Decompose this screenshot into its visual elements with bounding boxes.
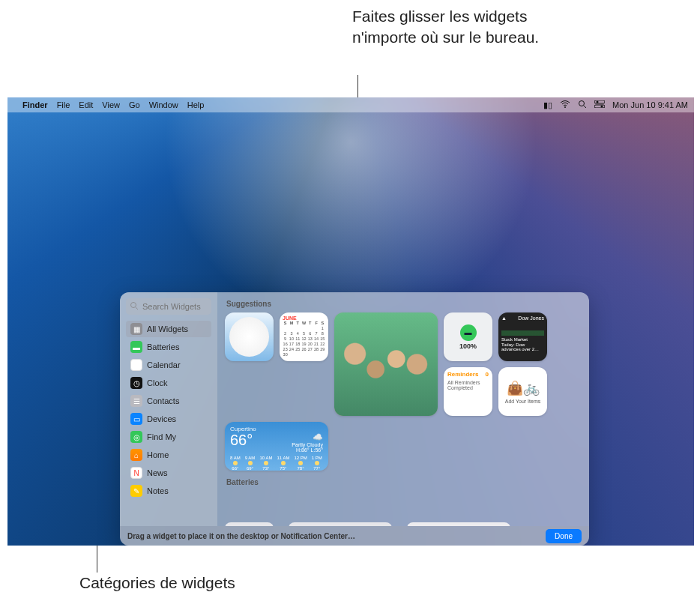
category-label: All Widgets bbox=[147, 324, 188, 333]
stock-symbol: Dow Jones bbox=[518, 315, 544, 321]
menu-help[interactable]: Help bbox=[187, 100, 205, 109]
menu-view[interactable]: View bbox=[102, 100, 120, 109]
widget-gallery-footer: Drag a widget to place it on the desktop… bbox=[120, 526, 589, 546]
stock-line3: advances over 2… bbox=[501, 347, 544, 352]
widget-stocks[interactable]: ▲Dow Jones Stock Market Today: Dow advan… bbox=[498, 312, 547, 361]
tips-caption: Add Your Items bbox=[505, 399, 540, 404]
calendar-month: JUNE bbox=[283, 315, 325, 321]
category-label: Clock bbox=[147, 378, 168, 387]
footer-hint-text: Drag a widget to place it on the desktop… bbox=[127, 532, 355, 540]
menubar-app-name[interactable]: Finder bbox=[22, 100, 48, 109]
home-icon: ⌂ bbox=[130, 449, 142, 461]
annotation-drag-widgets: Faites glisser les widgets n'importe où … bbox=[352, 6, 547, 49]
widget-photos[interactable] bbox=[334, 312, 438, 416]
battery-status-icon[interactable]: ▮▯ bbox=[543, 100, 552, 110]
weather-hilo: H:86° L:56° bbox=[292, 447, 323, 453]
section-title-suggestions: Suggestions bbox=[226, 300, 582, 308]
stock-line2: Today: Dow bbox=[501, 342, 544, 348]
calendar-icon: 17 bbox=[130, 359, 142, 371]
menu-file[interactable]: File bbox=[57, 100, 70, 109]
reminders-title: Reminders bbox=[447, 371, 478, 378]
category-label: Find My bbox=[147, 432, 176, 441]
clock-icon: ◷ bbox=[130, 377, 142, 389]
annotation-widget-categories: Catégories de widgets bbox=[79, 573, 235, 594]
svg-line-2 bbox=[584, 106, 586, 108]
widget-gallery-window: ▦ All Widgets ▬ Batteries 17 Calendar ◷ … bbox=[120, 292, 589, 546]
weather-condition: Partly Cloudy bbox=[292, 442, 323, 447]
category-devices[interactable]: ▭ Devices bbox=[126, 411, 211, 427]
reminders-subtitle: All Reminders Completed bbox=[447, 380, 489, 390]
tips-illustration: 👜🚲 bbox=[507, 380, 540, 396]
widget-clock[interactable] bbox=[225, 312, 274, 361]
svg-point-5 bbox=[597, 101, 599, 103]
widget-gallery-sidebar: ▦ All Widgets ▬ Batteries 17 Calendar ◷ … bbox=[120, 292, 217, 526]
svg-point-1 bbox=[579, 101, 585, 106]
done-button[interactable]: Done bbox=[546, 529, 582, 543]
svg-point-6 bbox=[601, 106, 603, 108]
category-label: Calendar bbox=[147, 360, 181, 369]
search-widgets-input[interactable] bbox=[126, 298, 211, 315]
weather-location: Cupertino bbox=[230, 426, 323, 432]
find-my-icon: ◎ bbox=[130, 431, 142, 443]
category-contacts[interactable]: ☰ Contacts bbox=[126, 393, 211, 409]
category-clock[interactable]: ◷ Clock bbox=[126, 375, 211, 391]
section-title-batteries: Batteries bbox=[226, 478, 582, 486]
category-label: Batteries bbox=[147, 342, 179, 351]
menu-go[interactable]: Go bbox=[129, 100, 140, 109]
spotlight-icon[interactable] bbox=[578, 100, 587, 110]
widget-gallery-content: Suggestions JUNE SMTWTFS1234567891011121… bbox=[217, 292, 589, 526]
reminders-count: 0 bbox=[486, 371, 489, 378]
category-calendar[interactable]: 17 Calendar bbox=[126, 357, 211, 373]
macos-desktop: Finder File Edit View Go Window Help ▮▯ … bbox=[7, 97, 694, 546]
weather-temp: 66° bbox=[230, 432, 253, 447]
category-label: News bbox=[147, 468, 168, 477]
news-icon: N bbox=[130, 467, 142, 479]
widget-weather[interactable]: Cupertino 66° ☁️ Partly Cloudy H:86° L:5… bbox=[225, 422, 328, 471]
control-center-icon[interactable] bbox=[594, 100, 605, 109]
svg-rect-4 bbox=[594, 105, 605, 108]
menu-window[interactable]: Window bbox=[149, 100, 178, 109]
widget-calendar[interactable]: JUNE SMTWTFS1234567891011121314151617181… bbox=[280, 312, 328, 361]
category-label: Notes bbox=[147, 486, 169, 495]
menubar-datetime[interactable]: Mon Jun 10 9:41 AM bbox=[612, 100, 688, 109]
battery-circle-icon bbox=[460, 324, 477, 341]
category-label: Devices bbox=[147, 414, 176, 423]
category-batteries[interactable]: ▬ Batteries bbox=[126, 339, 211, 355]
category-news[interactable]: N News bbox=[126, 465, 211, 481]
category-home[interactable]: ⌂ Home bbox=[126, 447, 211, 463]
category-all-widgets[interactable]: ▦ All Widgets bbox=[126, 321, 211, 337]
wifi-icon[interactable] bbox=[560, 100, 570, 109]
widget-reminders[interactable]: Reminders0 All Reminders Completed bbox=[444, 367, 492, 416]
widget-tips[interactable]: 👜🚲 Add Your Items bbox=[498, 367, 547, 416]
category-label: Contacts bbox=[147, 396, 179, 405]
devices-icon: ▭ bbox=[130, 413, 142, 425]
category-notes[interactable]: ✎ Notes bbox=[126, 483, 211, 499]
battery-percent: 100% bbox=[459, 342, 477, 350]
svg-rect-3 bbox=[594, 100, 605, 103]
category-find-my[interactable]: ◎ Find My bbox=[126, 429, 211, 445]
grid-icon: ▦ bbox=[130, 323, 142, 335]
category-label: Home bbox=[147, 450, 169, 459]
contacts-icon: ☰ bbox=[130, 395, 142, 407]
widget-battery-small[interactable]: 100% bbox=[444, 312, 492, 361]
notes-icon: ✎ bbox=[130, 485, 142, 497]
menubar: Finder File Edit View Go Window Help ▮▯ … bbox=[7, 97, 694, 112]
battery-icon: ▬ bbox=[130, 341, 142, 353]
stock-line1: Stock Market bbox=[501, 337, 544, 342]
menu-edit[interactable]: Edit bbox=[79, 100, 93, 109]
svg-point-0 bbox=[564, 106, 566, 108]
